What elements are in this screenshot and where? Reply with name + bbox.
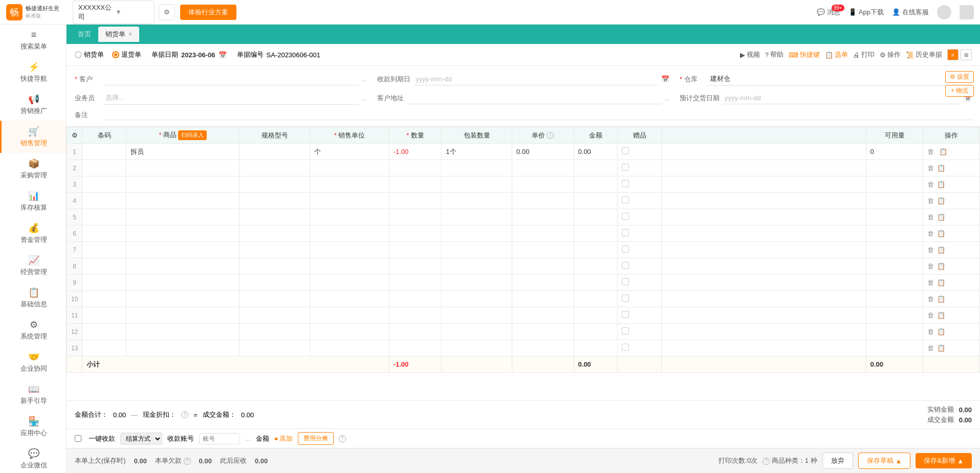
gift-checkbox-11[interactable] bbox=[622, 311, 629, 318]
row-12-copy-icon[interactable]: 📋 bbox=[937, 328, 945, 335]
save-draft-button[interactable]: 保存草稿 ▲ bbox=[858, 453, 911, 469]
gift-checkbox-10[interactable] bbox=[622, 295, 629, 302]
account-input[interactable] bbox=[199, 433, 240, 444]
shortcut-tool[interactable]: ⌨ 快捷键 bbox=[789, 50, 820, 59]
app-download-button[interactable]: 📱 App下载 bbox=[848, 8, 884, 17]
row-11-copy-icon[interactable]: 📋 bbox=[937, 311, 945, 319]
cash-discount-info-icon[interactable]: ? bbox=[181, 411, 188, 418]
gift-checkbox-2[interactable] bbox=[622, 164, 629, 171]
customer-address-input[interactable] bbox=[407, 92, 661, 104]
row-4-delete-icon[interactable]: 🗑 bbox=[927, 197, 934, 205]
row-5-delete-icon[interactable]: 🗑 bbox=[927, 213, 934, 221]
settings-action-button[interactable]: ⚙ 设置 bbox=[945, 71, 974, 83]
row-6-copy-icon[interactable]: 📋 bbox=[937, 230, 945, 237]
user-avatar[interactable] bbox=[937, 5, 951, 19]
bill-owe-info-icon[interactable]: ? bbox=[184, 458, 191, 465]
view-list-btn[interactable]: ≡ bbox=[947, 49, 959, 60]
customer-more-icon[interactable]: ... bbox=[362, 76, 367, 83]
radio-return-order[interactable]: 退货单 bbox=[112, 50, 141, 59]
expense-info-icon[interactable]: ? bbox=[339, 435, 346, 442]
sidebar-item-basic-info[interactable]: 📋 基础信息 bbox=[0, 282, 66, 314]
row-6-delete-icon[interactable]: 🗑 bbox=[927, 230, 934, 237]
row-1-gift[interactable] bbox=[618, 144, 662, 160]
abandon-button[interactable]: 放弃 bbox=[822, 453, 853, 469]
video-tool[interactable]: ▶ 视频 bbox=[740, 50, 760, 59]
address-more-icon[interactable]: ... bbox=[664, 95, 669, 102]
gear-button[interactable]: ⚙ bbox=[159, 4, 175, 20]
row-12-delete-icon[interactable]: 🗑 bbox=[927, 328, 934, 335]
gift-checkbox-6[interactable] bbox=[622, 229, 629, 236]
row-1-barcode[interactable] bbox=[82, 144, 126, 160]
row-1-product[interactable]: 拆员 bbox=[126, 144, 239, 160]
row-1-spec[interactable] bbox=[239, 144, 310, 160]
sidebar-item-purchase[interactable]: 📦 采购管理 bbox=[0, 153, 66, 185]
row-5-copy-icon[interactable]: 📋 bbox=[937, 213, 945, 221]
row-10-delete-icon[interactable]: 🗑 bbox=[927, 295, 934, 303]
row-13-copy-icon[interactable]: 📋 bbox=[937, 344, 945, 352]
unit-price-info-icon[interactable]: i bbox=[547, 132, 554, 139]
row-1-pack-qty[interactable]: 1个 bbox=[442, 144, 512, 160]
tab-home[interactable]: 首页 bbox=[71, 27, 98, 42]
row-7-delete-icon[interactable]: 🗑 bbox=[927, 246, 934, 254]
gift-checkbox-4[interactable] bbox=[622, 196, 629, 204]
payment-calendar-icon[interactable]: 📅 bbox=[661, 75, 669, 83]
row-1-quantity[interactable]: -1.00 bbox=[389, 144, 442, 160]
sidebar-item-quick-nav[interactable]: ⚡ 快捷导航 bbox=[0, 56, 66, 88]
gift-checkbox-8[interactable] bbox=[622, 262, 629, 269]
row-1-delete-icon[interactable]: 🗑 bbox=[927, 148, 934, 155]
payment-method-select[interactable]: 结算方式 bbox=[120, 433, 162, 445]
delivery-date-input[interactable]: yyyy-mm-dd bbox=[723, 92, 961, 104]
gift-checkbox-7[interactable] bbox=[622, 245, 629, 253]
sidebar-item-cooperation[interactable]: 🤝 企业协同 bbox=[0, 346, 66, 378]
row-1-copy-icon[interactable]: 📋 bbox=[939, 148, 947, 155]
sidebar-item-guide[interactable]: 📖 新手引导 bbox=[0, 378, 66, 411]
sidebar-item-finance[interactable]: 💰 资金管理 bbox=[0, 217, 66, 250]
row-8-delete-icon[interactable]: 🗑 bbox=[927, 262, 934, 270]
print-tool[interactable]: 🖨 打印 bbox=[853, 50, 875, 59]
operate-tool[interactable]: ⚙ 操作 bbox=[880, 50, 901, 59]
row-13-delete-icon[interactable]: 🗑 bbox=[927, 344, 934, 352]
salesperson-more-icon[interactable]: ... bbox=[362, 95, 367, 102]
gift-checkbox-3[interactable] bbox=[622, 180, 629, 187]
online-service-button[interactable]: 👤 在线客服 bbox=[892, 8, 929, 17]
row-3-copy-icon[interactable]: 📋 bbox=[937, 181, 945, 188]
company-selector[interactable]: XXXXXX公司 ▼ bbox=[73, 1, 155, 24]
gift-checkbox-5[interactable] bbox=[622, 213, 629, 220]
row-9-copy-icon[interactable]: 📋 bbox=[937, 279, 945, 286]
select-tool[interactable]: 📋 选单 bbox=[825, 50, 848, 59]
col-settings-header[interactable]: ⚙ bbox=[67, 127, 82, 144]
gift-checkbox-13[interactable] bbox=[622, 344, 629, 351]
sidebar-item-search[interactable]: ≡ 搜索菜单 bbox=[0, 25, 66, 56]
row-4-copy-icon[interactable]: 📋 bbox=[937, 197, 945, 205]
customer-input[interactable] bbox=[103, 73, 359, 85]
logistics-action-button[interactable]: + 物流 bbox=[945, 85, 974, 97]
row-3-delete-icon[interactable]: 🗑 bbox=[927, 181, 934, 188]
payment-due-input[interactable]: yyyy-mm-dd bbox=[413, 73, 658, 85]
tab-sales-order[interactable]: 销货单 × bbox=[98, 27, 139, 42]
product-types-icon[interactable]: ? bbox=[763, 458, 770, 465]
message-button[interactable]: 💬 消息 99+ bbox=[817, 8, 840, 17]
row-7-copy-icon[interactable]: 📋 bbox=[937, 246, 945, 254]
scan-button[interactable]: 扫码录入 bbox=[178, 130, 207, 140]
salesperson-input[interactable]: 选择... bbox=[103, 91, 359, 105]
gift-checkbox-1[interactable] bbox=[622, 147, 629, 154]
trial-button[interactable]: 体验行业方案 bbox=[180, 5, 236, 20]
row-10-copy-icon[interactable]: 📋 bbox=[937, 295, 945, 303]
row-11-delete-icon[interactable]: 🗑 bbox=[927, 311, 934, 319]
sidebar-item-operations[interactable]: 📈 经营管理 bbox=[0, 250, 66, 282]
sidebar-item-inventory[interactable]: 📊 库存核算 bbox=[0, 185, 66, 217]
sidebar-item-marketing[interactable]: 📢 营销推广 bbox=[0, 88, 66, 121]
sidebar-item-app-center[interactable]: 🏪 应用中心 bbox=[0, 411, 66, 443]
sidebar-item-enterprise-wechat[interactable]: 💬 企业微信 bbox=[0, 443, 66, 473]
row-1-unit[interactable]: 个 bbox=[310, 144, 389, 160]
sidebar-item-sales[interactable]: 🛒 销售管理 bbox=[0, 121, 66, 153]
calendar-icon[interactable]: 📅 bbox=[219, 51, 227, 59]
expense-split-button[interactable]: 费用分摊 bbox=[298, 432, 334, 445]
account-more-icon[interactable]: ... bbox=[245, 435, 251, 442]
row-1-unit-price[interactable]: 0.00 bbox=[512, 144, 574, 160]
row-1-amount[interactable]: 0.00 bbox=[574, 144, 618, 160]
sidebar-item-system[interactable]: ⚙ 系统管理 bbox=[0, 314, 66, 346]
view-grid-btn[interactable]: ⊞ bbox=[961, 49, 972, 60]
one-click-payment-checkbox[interactable] bbox=[75, 435, 81, 442]
user-menu-button[interactable] bbox=[960, 5, 974, 19]
